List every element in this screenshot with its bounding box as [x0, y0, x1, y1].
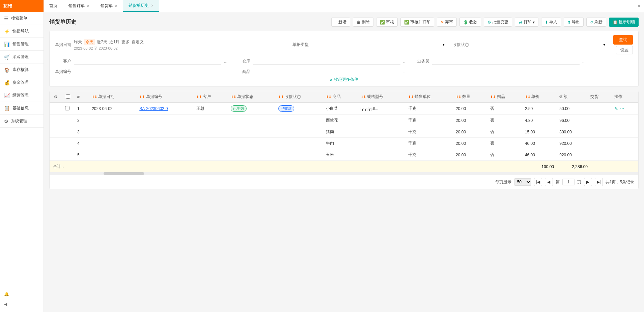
per-page-label: 每页显示: [495, 179, 511, 185]
sidebar-item-quick-nav[interactable]: ⚡ 快捷导航: [0, 25, 44, 38]
shortcut-yesterday[interactable]: 昨天: [74, 39, 82, 45]
sidebar-item-search-menu[interactable]: ☰ 搜索菜单: [0, 12, 44, 25]
shortcut-today[interactable]: 今天: [84, 39, 95, 45]
next-page-btn[interactable]: ▶: [584, 178, 592, 186]
shortcut-lastmonth[interactable]: 近1月: [109, 39, 120, 45]
sidebar-item-system-mgmt[interactable]: ⚙ 系统管理: [0, 115, 44, 128]
salesperson-dots[interactable]: ...: [582, 59, 586, 64]
filter-row-3: 单据编号 商品 ...: [55, 68, 633, 75]
th-check[interactable]: [62, 91, 74, 103]
collect-button[interactable]: 💲 收款: [459, 18, 481, 27]
filter-warehouse: 仓库 ...: [234, 58, 407, 65]
row5-spec: [357, 149, 405, 161]
last-page-btn[interactable]: ▶|: [595, 178, 603, 186]
sidebar-item-basic-info[interactable]: 📋 基础信息: [0, 102, 44, 115]
import-icon: ⬇: [545, 20, 548, 25]
th-goods[interactable]: ⬆⬇ 商品: [323, 91, 357, 103]
chevron-down-icon2: ▾: [603, 42, 605, 47]
refresh-button[interactable]: ↻ 刷新: [586, 18, 606, 27]
sidebar-item-sales-mgmt[interactable]: 📊 销售管理: [0, 38, 44, 51]
tab-sales-delivery-close[interactable]: ✕: [115, 4, 117, 8]
doc-type-select[interactable]: ▾: [311, 41, 446, 48]
sidebar-item-purchase-mgmt[interactable]: 🛒 采购管理: [0, 51, 44, 63]
doc-no-input[interactable]: [74, 68, 227, 75]
row1-more-icon[interactable]: ⋯: [620, 106, 624, 111]
row3-goods: 猪肉: [323, 126, 357, 138]
row4-doc-date: [88, 138, 136, 149]
row5-customer: [193, 149, 227, 161]
total-info: 共1页，5条记录: [606, 179, 634, 185]
pay-status-label: 收款状态: [453, 42, 469, 48]
th-doc-status[interactable]: ⬆⬇ 单据状态: [227, 91, 275, 103]
row2-unit: 千克: [405, 115, 452, 126]
shortcut-more[interactable]: 更多: [121, 39, 130, 45]
th-unit-price[interactable]: ⬆⬇ 单价: [522, 91, 556, 103]
collapse-filter-btn[interactable]: ∧ 收起更多条件: [55, 77, 633, 82]
print-button[interactable]: 🖨 打印 ▾: [515, 18, 538, 27]
goods-label: 商品: [234, 69, 250, 75]
th-qty[interactable]: ⬆⬇ 数量: [452, 91, 487, 103]
batch-change-button[interactable]: ⚙ 批量变更: [484, 18, 512, 27]
shortcut-last7days[interactable]: 近7天: [97, 39, 107, 45]
pay-status-select[interactable]: ▾: [472, 41, 607, 48]
sidebar-item-label: 资金管理: [12, 80, 29, 85]
row3-unit: 千克: [405, 126, 452, 138]
warehouse-dots[interactable]: ...: [403, 59, 407, 64]
collapse-sidebar-btn[interactable]: ◀: [0, 299, 44, 309]
shortcut-custom[interactable]: 自定义: [132, 39, 144, 45]
customer-input[interactable]: [74, 58, 221, 65]
audit-button[interactable]: ✅ 审核: [376, 18, 398, 27]
th-doc-no[interactable]: ⬆⬇ 单据编号: [136, 91, 193, 103]
tab-home[interactable]: 首页: [44, 0, 63, 12]
tab-sales-order[interactable]: 销售订单 ✕: [63, 0, 95, 12]
th-amount: 金额: [556, 91, 587, 103]
sidebar-item-inventory[interactable]: 🏠 库存核算: [0, 63, 44, 76]
horizontal-scrollbar[interactable]: [50, 172, 638, 175]
audit-icon: ✅: [380, 20, 385, 25]
page-input[interactable]: [562, 179, 575, 185]
show-detail-button[interactable]: 📋 显示明细: [609, 18, 639, 27]
window-close-btn[interactable]: ✕: [634, 4, 644, 8]
first-page-btn[interactable]: |◀: [534, 178, 542, 186]
query-button[interactable]: 查询: [613, 35, 633, 45]
new-button[interactable]: + 新增: [331, 18, 350, 27]
prev-page-btn[interactable]: ◀: [545, 178, 553, 186]
row1-edit-icon[interactable]: ✎: [614, 106, 618, 111]
row1-check[interactable]: [62, 103, 74, 115]
tab-sales-delivery[interactable]: 销货单 ✕: [95, 0, 123, 12]
th-gear[interactable]: ⚙: [50, 91, 62, 103]
delete-button[interactable]: 🗑 删除: [353, 18, 373, 27]
per-page-select[interactable]: 50 20 100: [514, 178, 531, 186]
goods-dots[interactable]: ...: [403, 70, 407, 74]
scrollbar-thumb[interactable]: [104, 172, 144, 175]
th-unit[interactable]: ⬆⬇ 销售单位: [405, 91, 452, 103]
plus-icon: +: [335, 20, 337, 25]
tab-sales-order-close[interactable]: ✕: [87, 4, 89, 8]
th-spec[interactable]: ⬆⬇ 规格型号: [357, 91, 405, 103]
row2-amount: 96.00: [556, 115, 587, 126]
tab-sales-history-close[interactable]: ✕: [151, 4, 153, 7]
import-button[interactable]: ⬇ 导入: [541, 18, 561, 27]
table-head: ⚙ # ⬆⬇ 单据日期 ⬆⬇ 单据编号 ⬆⬇ 客户 ⬆⬇ 单据状态 ⬆⬇ 收款状…: [50, 91, 638, 103]
tab-sales-history[interactable]: 销货单历史 ✕: [123, 0, 159, 12]
sidebar-item-finance-mgmt[interactable]: 💰 资金管理: [0, 76, 44, 89]
th-gift[interactable]: ⬆⬇ 赠品: [487, 91, 521, 103]
th-doc-date[interactable]: ⬆⬇ 单据日期: [88, 91, 136, 103]
audit-print-button[interactable]: ✅ 审核并打印: [400, 18, 434, 27]
sidebar-item-operations-mgmt[interactable]: 📈 经营管理: [0, 89, 44, 102]
select-all-checkbox[interactable]: [66, 94, 70, 99]
system-icon: ⚙: [4, 119, 8, 124]
th-pay-status[interactable]: ⬆⬇ 收款状态: [275, 91, 323, 103]
customer-dots[interactable]: ...: [224, 59, 227, 64]
th-customer[interactable]: ⬆⬇ 客户: [193, 91, 227, 103]
notification-btn[interactable]: 🔔: [0, 289, 44, 299]
th-seq: #: [74, 91, 88, 103]
salesperson-input[interactable]: [432, 58, 580, 65]
chevron-down-icon: ▾: [443, 42, 445, 47]
abandon-button[interactable]: ✕ 弃审: [437, 18, 457, 27]
warehouse-input[interactable]: [253, 58, 400, 65]
setting-button[interactable]: 设置: [616, 46, 633, 54]
row1-checkbox[interactable]: [65, 106, 69, 110]
goods-input[interactable]: [253, 68, 400, 75]
export-button[interactable]: ⬆ 导出: [564, 18, 584, 27]
